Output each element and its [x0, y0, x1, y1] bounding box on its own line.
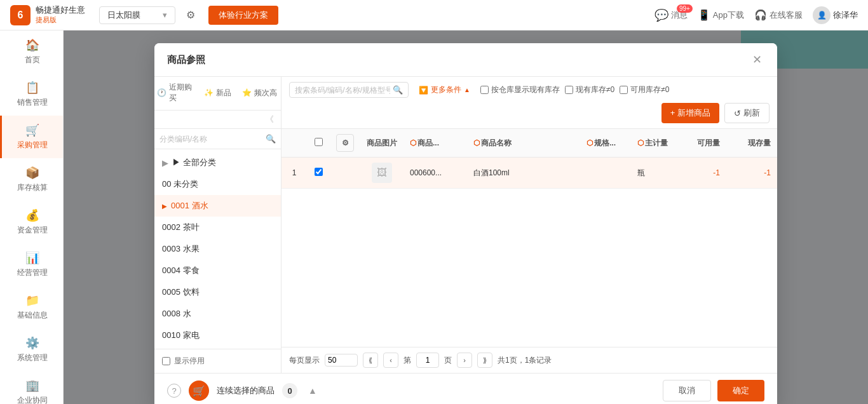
col-header-code[interactable]: ⬡ 商品...	[403, 129, 467, 158]
dropdown-arrow-icon: ▾	[163, 10, 167, 20]
home-icon: 🏠	[25, 38, 39, 52]
message-icon: 💬	[654, 8, 668, 22]
col-header-image: 商品图片	[360, 129, 403, 158]
sidebar-item-operation[interactable]: 📊 经营管理	[0, 243, 63, 286]
warehouse-checkbox[interactable]	[480, 86, 489, 94]
products-table: ⚙ 商品图片	[281, 129, 777, 189]
col-header-spec[interactable]: ⬡ 规格...	[580, 129, 631, 158]
category-search-icon[interactable]: 🔍	[266, 134, 276, 144]
sidebar-item-purchase[interactable]: 🛒 采购管理	[0, 116, 63, 158]
top-nav: 6 畅捷通好生意 捷易版 日太阳膜 ▾ ⚙ 体验行业方案 💬 99+ 消息 📱 …	[0, 0, 868, 30]
page-prev-button[interactable]: ‹	[383, 353, 398, 368]
page-last-button[interactable]: ⟫	[477, 353, 492, 368]
category-item-0008[interactable]: 0008 水	[154, 303, 281, 325]
page-first-button[interactable]: ⟪	[363, 353, 378, 368]
sort-spec-icon: ⬡	[587, 138, 593, 147]
nonzero-stock-checkbox[interactable]	[565, 86, 573, 94]
tab-new[interactable]: ✨ 新品	[196, 77, 238, 110]
category-search: 🔍	[154, 129, 281, 149]
help-icon[interactable]: ?	[167, 384, 181, 398]
category-item-0001[interactable]: ▶ 0001 酒水	[154, 195, 281, 217]
col-header-stock[interactable]: 现存量	[726, 129, 777, 158]
cart-icon[interactable]: 🛒	[189, 380, 209, 401]
cancel-button[interactable]: 取消	[663, 380, 711, 401]
finance-icon: 💰	[25, 208, 39, 222]
refresh-button[interactable]: ↺ 刷新	[724, 103, 770, 123]
footer-collapse-button[interactable]: ▲	[305, 383, 320, 398]
base-icon: 📁	[25, 293, 39, 307]
store-selector[interactable]: 日太阳膜 ▾	[99, 6, 175, 24]
sidebar-item-finance[interactable]: 💰 资金管理	[0, 201, 63, 243]
phone-icon: 📱	[698, 9, 710, 21]
toolbar-right: + 新增商品 ↺ 刷新	[661, 103, 770, 123]
page-number-input[interactable]	[416, 353, 439, 368]
product-search-icon[interactable]: 🔍	[393, 85, 403, 95]
tab-frequent[interactable]: ⭐ 频次高	[239, 77, 281, 110]
confirm-button[interactable]: 确定	[717, 380, 764, 401]
purchase-icon: 🛒	[25, 123, 39, 137]
sidebar-item-inventory[interactable]: 📦 库存核算	[0, 158, 63, 201]
sort-name-icon: ⬡	[473, 138, 480, 147]
show-disabled-checkbox[interactable]	[162, 357, 170, 365]
sidebar-item-sales[interactable]: 📋 销售管理	[0, 73, 63, 116]
product-table: ⚙ 商品图片	[281, 129, 777, 347]
col-header-name[interactable]: ⬡ 商品名称	[467, 129, 580, 158]
modal-overlay: 商品参照 ✕ 🕐 近期购买 ✨	[64, 30, 868, 404]
logo-sub: 捷易版	[36, 15, 85, 25]
expanded-arrow-icon: ▶	[162, 203, 167, 210]
modal-footer: ? 🛒 连续选择的商品 0 ▲ 取消 确定	[154, 373, 777, 404]
col-header-index	[281, 129, 307, 158]
settings-icon[interactable]: ⚙	[180, 5, 201, 25]
product-search-input[interactable]	[295, 86, 390, 95]
tab-recent[interactable]: 🕐 近期购买	[154, 77, 196, 110]
new-icon: ✨	[204, 88, 214, 97]
add-product-button[interactable]: + 新增商品	[661, 103, 719, 123]
cell-stock: -1	[726, 158, 777, 189]
page-next-button[interactable]: ›	[457, 353, 472, 368]
category-item-0003[interactable]: 0003 水果	[154, 238, 281, 260]
category-item-0004[interactable]: 0004 零食	[154, 260, 281, 281]
category-list: ▶ ▶ 全部分类 00 未分类 ▶ 0001 酒水 0002	[154, 149, 281, 349]
category-item-0002[interactable]: 0002 茶叶	[154, 217, 281, 238]
category-footer: 显示停用	[154, 349, 281, 373]
category-item-0010[interactable]: 0010 家电	[154, 325, 281, 346]
category-item-0005[interactable]: 0005 饮料	[154, 281, 281, 303]
recent-icon: 🕐	[157, 88, 166, 97]
operation-icon: 📊	[25, 251, 39, 265]
col-header-unit[interactable]: ⬡ 主计量	[631, 129, 675, 158]
avatar: 👤	[813, 6, 831, 24]
online-service-button[interactable]: 🎧 在线客服	[754, 9, 803, 21]
category-item-00[interactable]: 00 未分类	[154, 173, 281, 195]
col-header-avail[interactable]: 可用量	[675, 129, 726, 158]
modal-close-button[interactable]: ✕	[749, 52, 764, 67]
inventory-icon: 📦	[25, 166, 39, 180]
nonzero-avail-filter[interactable]: 可用库存≠0	[620, 84, 669, 95]
collapse-panel-button[interactable]: 《	[263, 113, 276, 126]
product-search-box: 🔍	[289, 82, 409, 98]
row-checkbox[interactable]	[315, 168, 323, 176]
logo-area: 6 畅捷通好生意 捷易版	[10, 5, 86, 25]
product-image: 🖼	[372, 163, 392, 183]
nonzero-stock-filter[interactable]: 现有库存≠0	[565, 84, 614, 95]
nonzero-avail-checkbox[interactable]	[620, 86, 628, 94]
cell-index: 1	[281, 158, 307, 189]
sidebar-item-home[interactable]: 🏠 首页	[0, 30, 63, 73]
category-search-input[interactable]	[159, 135, 263, 144]
user-menu[interactable]: 👤 徐泽华	[813, 6, 858, 24]
product-panel: 🔍 🔽 更多条件 ▲ 按仓库显示现有库存	[281, 77, 777, 373]
trial-button[interactable]: 体验行业方案	[208, 6, 278, 25]
select-all-checkbox[interactable]	[315, 138, 323, 146]
category-item-all[interactable]: ▶ ▶ 全部分类	[154, 152, 281, 173]
messages-button[interactable]: 💬 99+ 消息	[654, 8, 688, 22]
sidebar-item-base[interactable]: 📁 基础信息	[0, 286, 63, 328]
sidebar-item-system[interactable]: ⚙️ 系统管理	[0, 328, 63, 371]
system-icon: ⚙️	[25, 336, 39, 350]
sort-icon: ⬡	[410, 138, 416, 147]
sidebar-item-enterprise[interactable]: 🏢 企业协同	[0, 371, 63, 404]
column-settings-icon[interactable]: ⚙	[336, 134, 354, 152]
page-size-select[interactable]: 50 10 20 100	[325, 354, 358, 367]
warehouse-filter[interactable]: 按仓库显示现有库存	[480, 84, 560, 95]
app-download-button[interactable]: 📱 App下载	[698, 9, 744, 21]
more-filters-button[interactable]: 🔽 更多条件 ▲	[414, 82, 475, 98]
table-row[interactable]: 1 🖼 000600...	[281, 158, 777, 189]
